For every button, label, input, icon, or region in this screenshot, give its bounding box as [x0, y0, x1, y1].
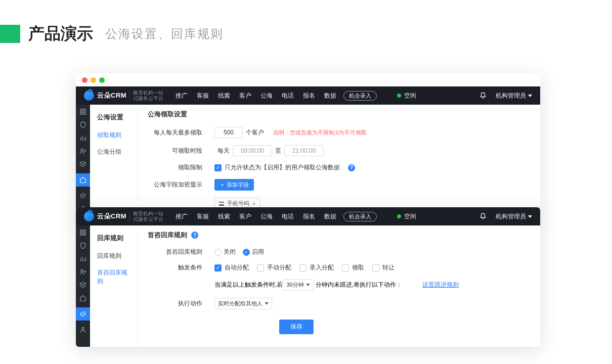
- rail-layers-icon[interactable]: [79, 281, 87, 289]
- maximize-icon[interactable]: [99, 77, 105, 83]
- rail-chart-icon[interactable]: [79, 255, 87, 263]
- nav-service[interactable]: 客服: [197, 92, 209, 100]
- chk-manual[interactable]: [257, 264, 264, 271]
- svg-rect-9: [83, 233, 85, 235]
- side-panel: 公海设置 侦取规则 公海分组: [90, 105, 139, 216]
- side-item-groups[interactable]: 公海分组: [90, 144, 138, 160]
- svg-point-4: [81, 149, 83, 151]
- nav-promote[interactable]: 推广: [176, 92, 188, 100]
- nav-pool[interactable]: 公海: [260, 212, 273, 221]
- nav-promote[interactable]: 推广: [176, 212, 188, 221]
- row-time-range: 可领取时段 每天 至: [148, 145, 530, 156]
- main-panel-2: 首咨回库规则 ? 首咨回库规则 关闭 启用 触发条件 ✓自动分配 手动分配 录入…: [139, 225, 540, 347]
- rail-recycle-icon[interactable]: [79, 192, 87, 200]
- side-item-first-rule[interactable]: 首咨回库规则: [90, 264, 138, 290]
- link-set-followup[interactable]: 设置跟进规则: [422, 281, 459, 289]
- chk-manual-label: 手动分配: [267, 263, 291, 272]
- save-button[interactable]: 保存: [279, 320, 314, 334]
- chk-transfer[interactable]: [372, 264, 379, 271]
- rail-shield-icon[interactable]: [79, 121, 87, 129]
- checkbox-restrict[interactable]: ✓: [214, 164, 222, 171]
- rail-recycle-icon[interactable]: [76, 307, 90, 321]
- row-trigger: 触发条件 ✓自动分配 手动分配 录入分配 领取 转让: [148, 263, 530, 272]
- input-time-to[interactable]: [284, 145, 324, 156]
- text-cond-suffix: 分钟内未跟进,将执行以下动作：: [316, 281, 402, 289]
- main-title: 公海领取设置: [148, 110, 530, 119]
- mac-titlebar: [76, 73, 540, 86]
- nav-customers[interactable]: 客户: [239, 212, 251, 221]
- nav-signup[interactable]: 报名: [303, 92, 315, 100]
- chk-transfer-label: 转让: [382, 263, 395, 272]
- nav-data[interactable]: 数据: [324, 212, 336, 221]
- close-icon[interactable]: [82, 77, 88, 83]
- radio-off[interactable]: [214, 249, 222, 256]
- icon-rail: [76, 105, 90, 216]
- rail-grid-icon[interactable]: [79, 229, 87, 237]
- cloud-icon: [84, 90, 94, 101]
- input-daily-limit[interactable]: [214, 127, 243, 138]
- label-restrict: 领取限制: [148, 163, 202, 172]
- drag-icon[interactable]: [219, 202, 224, 206]
- chk-entry-label: 录入分配: [310, 263, 334, 272]
- nav-leads[interactable]: 线索: [218, 212, 230, 221]
- side-title: 公海设置: [90, 110, 138, 127]
- rail-user-icon[interactable]: [79, 147, 87, 155]
- main-panel: 公海领取设置 每人每天最多领取 个客户 说明：空或负值为不限制,0为不可领取 可…: [139, 105, 540, 216]
- radio-on[interactable]: [243, 249, 250, 256]
- row-daily-limit: 每人每天最多领取 个客户 说明：空或负值为不限制,0为不可领取: [148, 127, 530, 138]
- side-item-rules[interactable]: 侦取规则: [90, 127, 138, 144]
- label-trigger: 触发条件: [148, 263, 202, 272]
- bell-icon[interactable]: [479, 213, 487, 220]
- rail-person-icon[interactable]: [79, 326, 87, 334]
- side-item-all-rules[interactable]: 回库规则: [90, 248, 138, 264]
- nav-customers[interactable]: 客户: [239, 92, 251, 100]
- select-action[interactable]: 实时分配给其他人: [214, 298, 272, 309]
- chk-auto[interactable]: ✓: [214, 264, 222, 271]
- chk-entry[interactable]: [299, 264, 307, 271]
- text-daily: 每天: [217, 147, 230, 155]
- accent-block: [0, 25, 20, 43]
- nav-pill-opportunity[interactable]: 机会录入: [343, 212, 377, 221]
- nav-phone[interactable]: 电话: [282, 92, 294, 100]
- label-action: 执行动作: [148, 299, 202, 308]
- chk-auto-label: 自动分配: [225, 263, 249, 272]
- svg-rect-7: [83, 230, 85, 232]
- user-menu[interactable]: 机构管理员: [496, 92, 532, 100]
- minimize-icon[interactable]: [91, 77, 96, 83]
- nav-pill-opportunity[interactable]: 机会录入: [343, 91, 377, 101]
- user-menu[interactable]: 机构管理员: [496, 212, 532, 221]
- rail-pool-icon[interactable]: [76, 173, 90, 187]
- rail-layers-icon[interactable]: [79, 160, 87, 168]
- nav-items: 推广 客服 线索 客户 公海 电话 报名 数据: [176, 92, 336, 100]
- status-text: 空闲: [404, 92, 416, 100]
- input-time-from[interactable]: [233, 145, 272, 156]
- nav-service[interactable]: 客服: [197, 212, 209, 221]
- select-minutes[interactable]: 30分钟: [283, 279, 313, 291]
- nav-pool[interactable]: 公海: [260, 92, 273, 100]
- text-to: 至: [275, 147, 281, 155]
- row-enable: 首咨回库规则 关闭 启用: [148, 248, 530, 256]
- slide-title: 产品演示: [28, 23, 93, 45]
- rail-user-icon[interactable]: [79, 268, 87, 276]
- nav-leads[interactable]: 线索: [218, 92, 230, 100]
- note-limit: 说明：空或负值为不限制,0为不可领取: [273, 129, 367, 136]
- svg-point-10: [81, 269, 83, 272]
- add-field-button[interactable]: ＋ 添加字段: [214, 179, 254, 191]
- chip-remove-icon[interactable]: ×: [252, 201, 255, 207]
- bell-icon[interactable]: [479, 92, 487, 99]
- help-icon[interactable]: ?: [191, 232, 198, 239]
- nav-data[interactable]: 数据: [324, 92, 336, 100]
- chk-claim[interactable]: [342, 264, 349, 271]
- nav-phone[interactable]: 电话: [282, 212, 294, 221]
- rail-chart-icon[interactable]: [79, 134, 87, 142]
- rail-pool-icon[interactable]: [79, 294, 87, 302]
- label-time-range: 可领取时段: [148, 147, 202, 155]
- help-icon[interactable]: ?: [348, 164, 355, 171]
- nav-signup[interactable]: 报名: [303, 212, 315, 221]
- chevron-down-icon: [306, 284, 310, 286]
- rail-shield-icon[interactable]: [79, 242, 87, 250]
- main-title-2: 首咨回库规则 ?: [148, 231, 530, 240]
- rail-grid-icon[interactable]: [79, 108, 87, 116]
- chevron-down-icon: [265, 302, 269, 305]
- chip-label: 手机号码: [227, 200, 249, 207]
